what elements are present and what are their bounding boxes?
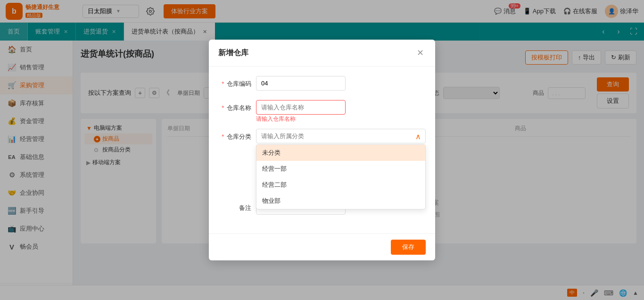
category-input[interactable]: [256, 129, 426, 143]
name-error-message: 请输入仓库名称: [256, 115, 296, 123]
dropdown-item-op1[interactable]: 经营一部: [256, 161, 425, 177]
dropdown-item-op2[interactable]: 经营二部: [256, 177, 425, 193]
form-row-code: * 仓库编码: [218, 76, 426, 91]
dropdown-item-property[interactable]: 物业部: [256, 193, 425, 209]
warehouse-code-input[interactable]: [256, 76, 346, 91]
modal-footer: 保存: [209, 233, 435, 260]
dropdown-item-uncategorized[interactable]: 未分类: [256, 145, 425, 161]
name-input-wrap: 请输入仓库名称: [256, 100, 426, 115]
form-label-category: * 仓库分类: [218, 129, 256, 141]
form-label-code: * 仓库编码: [218, 76, 256, 88]
warehouse-name-input[interactable]: [256, 100, 346, 115]
modal-close-button[interactable]: ✕: [414, 47, 426, 58]
category-dropdown-list: 未分类 经营一部 经营二部 物业部: [256, 144, 426, 209]
form-label-name: * 仓库名称: [218, 100, 256, 112]
form-label-remark: 备注: [218, 200, 256, 212]
select-arrow-icon[interactable]: ∧: [415, 132, 421, 141]
add-warehouse-modal: 新增仓库 ✕ * 仓库编码 * 仓库名称 请输入仓库名称: [209, 40, 435, 260]
code-input-wrap: [256, 76, 426, 91]
form-row-name: * 仓库名称 请输入仓库名称: [218, 100, 426, 115]
modal-body: * 仓库编码 * 仓库名称 请输入仓库名称 * 仓库分类: [209, 67, 435, 233]
modal-header: 新增仓库 ✕: [209, 40, 435, 67]
save-button[interactable]: 保存: [391, 240, 426, 255]
category-select-wrap: ∧ 未分类 经营一部 经营二部 物业部: [256, 129, 426, 143]
form-row-category: * 仓库分类 ∧ 未分类 经营一部 经营二部 物业部: [218, 129, 426, 143]
modal-title: 新增仓库: [218, 48, 248, 58]
